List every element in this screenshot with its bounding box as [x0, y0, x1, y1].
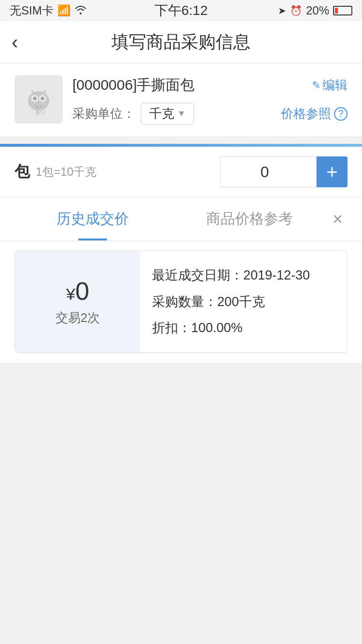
price-ref-label: 价格参照: [281, 105, 331, 122]
svg-point-3: [33, 97, 37, 100]
help-icon: ?: [334, 107, 348, 121]
quantity-plus-button[interactable]: +: [317, 156, 348, 187]
price-card-left: ¥0 交易2次: [15, 251, 140, 352]
price-ref-link[interactable]: 价格参照 ?: [281, 105, 348, 122]
status-bar: 无SIM卡 📶 下午6:12 ➤ ⏰ 20%: [0, 0, 362, 21]
price-detail-quantity-label: 采购数量：: [152, 294, 217, 309]
product-info-top: [0000006]手撕面包 ✎ 编辑: [72, 75, 348, 95]
price-currency: ¥: [66, 285, 75, 303]
alarm-icon: ⏰: [290, 5, 302, 16]
quantity-label: 包 1包=10千克: [14, 161, 97, 182]
product-name: [0000006]手撕面包: [72, 75, 195, 95]
battery-percent: 20%: [306, 4, 329, 17]
unit-value: 千克: [149, 105, 174, 122]
purchase-unit-label: 采购单位：: [72, 105, 135, 122]
price-card: ¥0 交易2次 最近成交日期：2019-12-30 采购数量：200千克 折扣：…: [14, 251, 348, 353]
tab-history-price-label: 历史成交价: [56, 210, 129, 226]
nav-bar: ‹ 填写商品采购信息: [0, 21, 362, 64]
product-image: 数汁: [14, 75, 63, 124]
price-value: 0: [75, 277, 89, 305]
tab-history-price[interactable]: 历史成交价: [14, 197, 171, 240]
status-time: 下午6:12: [154, 1, 208, 20]
product-header: 数汁 [0000006]手撕面包 ✎ 编辑 采购单位： 千克 ▼: [14, 75, 348, 125]
page-title: 填写商品采购信息: [111, 30, 251, 54]
price-detail-discount-label: 折扣：: [152, 321, 191, 335]
edit-label: 编辑: [322, 77, 348, 94]
location-icon: ➤: [278, 5, 286, 16]
price-detail-discount-value: 100.00%: [191, 321, 243, 335]
tab-product-price-ref[interactable]: 商品价格参考: [171, 197, 327, 240]
price-detail-quantity: 采购数量：200千克: [152, 292, 335, 312]
product-meta: 采购单位： 千克 ▼ 价格参照 ?: [72, 103, 348, 125]
carrier-text: 无SIM卡: [10, 3, 54, 18]
battery-icon: [333, 6, 352, 15]
price-detail-date-label: 最近成交日期：: [152, 268, 243, 282]
price-detail-date-value: 2019-12-30: [243, 268, 310, 282]
back-button[interactable]: ‹: [12, 31, 18, 53]
price-detail-quantity-value: 200千克: [217, 294, 265, 309]
unit-row: 采购单位： 千克 ▼: [72, 103, 194, 125]
svg-point-0: [28, 91, 49, 111]
price-detail-date: 最近成交日期：2019-12-30: [152, 266, 335, 285]
sim-icon: 📶: [57, 4, 70, 17]
price-card-right: 最近成交日期：2019-12-30 采购数量：200千克 折扣：100.00%: [140, 251, 347, 352]
svg-text:数汁: 数汁: [36, 110, 45, 115]
close-button[interactable]: ×: [328, 204, 348, 234]
price-amount: ¥0: [66, 277, 89, 306]
edit-icon: ✎: [312, 79, 320, 92]
quantity-row: 包 1包=10千克 +: [0, 147, 362, 197]
price-trades: 交易2次: [56, 309, 100, 326]
product-card: 数汁 [0000006]手撕面包 ✎ 编辑 采购单位： 千克 ▼: [0, 64, 362, 136]
quantity-control: +: [220, 156, 348, 187]
quantity-input[interactable]: [220, 156, 317, 187]
svg-point-4: [41, 97, 44, 100]
price-tabs: 历史成交价 商品价格参考 ×: [0, 197, 362, 241]
status-left: 无SIM卡 📶: [10, 3, 87, 18]
unit-badge: 包: [14, 161, 30, 182]
dropdown-icon: ▼: [177, 109, 186, 119]
product-info: [0000006]手撕面包 ✎ 编辑 采购单位： 千克 ▼ 价格参照 ?: [72, 75, 348, 125]
unit-select[interactable]: 千克 ▼: [141, 103, 194, 125]
unit-note: 1包=10千克: [36, 164, 97, 180]
main-content: [0, 363, 362, 644]
tab-product-price-ref-label: 商品价格参考: [206, 210, 293, 226]
status-right: ➤ ⏰ 20%: [278, 4, 352, 17]
price-panel: 历史成交价 商品价格参考 × ¥0 交易2次 最近成交日期：2019-12-30…: [0, 197, 362, 363]
edit-button[interactable]: ✎ 编辑: [312, 77, 348, 94]
price-detail-discount: 折扣：100.00%: [152, 318, 335, 338]
wifi-icon: [74, 4, 87, 17]
price-cards: ¥0 交易2次 最近成交日期：2019-12-30 采购数量：200千克 折扣：…: [0, 241, 362, 363]
